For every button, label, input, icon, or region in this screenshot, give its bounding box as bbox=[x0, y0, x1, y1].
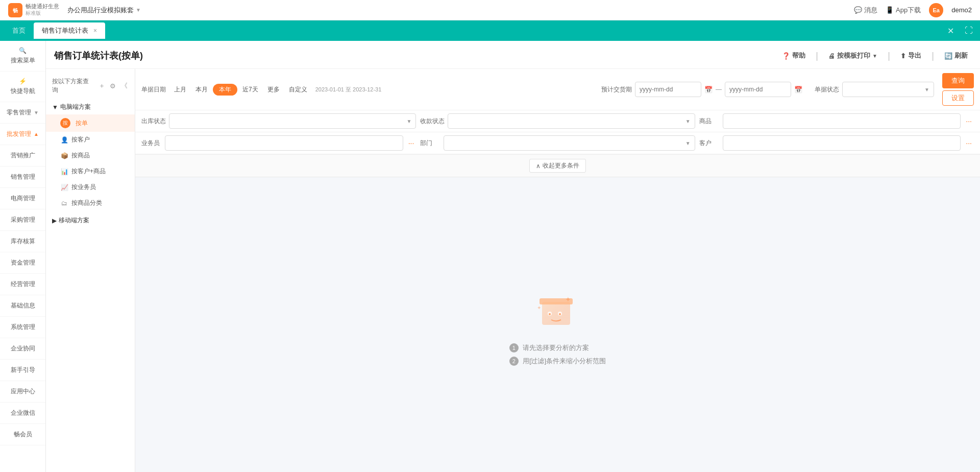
sidebar-item-marketing[interactable]: 营销推广 bbox=[0, 145, 45, 167]
workspace-selector[interactable]: 办公用品行业模拟账套 ▼ bbox=[63, 4, 145, 17]
logo-area: 畅 畅捷通好生意 标准版 bbox=[8, 3, 59, 17]
salesman-dots-button[interactable]: ··· bbox=[406, 138, 416, 148]
svg-point-6 bbox=[549, 313, 551, 315]
expected-date-end-input[interactable] bbox=[725, 82, 791, 97]
empty-illustration: ✦ ✦ bbox=[532, 284, 583, 335]
sidebar-item-retail[interactable]: 零售管理 ▼ bbox=[0, 102, 45, 124]
marketing-label: 营销推广 bbox=[11, 151, 35, 160]
tab-fullscreen-button[interactable]: ⛶ bbox=[962, 23, 976, 38]
last-month-btn[interactable]: 上月 bbox=[170, 84, 190, 96]
out-status-select[interactable]: ▼ bbox=[169, 113, 416, 129]
content-body: ✦ ✦ 1 请先选择要分析的方案 2 用[过滤]条件来缩小分析范围 bbox=[135, 177, 980, 472]
query-button[interactable]: 查询 bbox=[942, 73, 974, 88]
sidebar-quick-label: 快捷导航 bbox=[11, 87, 35, 96]
sidebar-item-purchase[interactable]: 采购管理 bbox=[0, 209, 45, 231]
status-select[interactable]: ▼ bbox=[842, 82, 934, 97]
scheme-item-customer[interactable]: 👤 按客户 bbox=[46, 132, 135, 148]
app-download-button[interactable]: 📱 App下载 bbox=[886, 6, 921, 15]
receipt-status-select[interactable]: ▼ bbox=[448, 113, 695, 129]
scheme-item-salesman[interactable]: 📈 按业务员 bbox=[46, 179, 135, 195]
tip-num-1: 1 bbox=[509, 343, 519, 352]
message-button[interactable]: 💬 消息 bbox=[854, 6, 877, 15]
scheme-panel-actions: ＋ ⚙ 《 bbox=[97, 81, 129, 90]
page-title-actions: ❓ 帮助 | 🖨 按模板打印 ▼ | ⬆ 导出 | 🔄 刷新 bbox=[778, 49, 972, 62]
salesman-scheme-icon: 📈 bbox=[60, 183, 68, 192]
expected-date-label: 预计交货期 bbox=[601, 85, 632, 94]
refresh-button[interactable]: 🔄 刷新 bbox=[940, 49, 972, 62]
sidebar-item-system[interactable]: 系统管理 bbox=[0, 317, 45, 338]
template-print-button[interactable]: 🖨 按模板打印 ▼ bbox=[824, 49, 881, 62]
newguide-label: 新手引导 bbox=[11, 366, 35, 374]
sidebar-item-appcenter[interactable]: 应用中心 bbox=[0, 381, 45, 403]
scheme-item-salesman-label: 按业务员 bbox=[71, 183, 96, 192]
scheme-item-order-label: 按单 bbox=[76, 119, 88, 128]
sidebar-item-newguide[interactable]: 新手引导 bbox=[0, 360, 45, 381]
tab-close-icon[interactable]: × bbox=[93, 27, 97, 34]
retail-toggle-icon: ▼ bbox=[34, 110, 39, 115]
sidebar-item-member[interactable]: 畅会员 bbox=[0, 424, 45, 445]
avatar[interactable]: Ea bbox=[929, 3, 943, 17]
scheme-item-order[interactable]: 按 按单 bbox=[46, 114, 135, 132]
scheme-group-desktop-title[interactable]: ▼ 电脑端方案 bbox=[46, 100, 135, 114]
sidebar-item-wechat[interactable]: 企业微信 bbox=[0, 403, 45, 424]
goods-dots-button[interactable]: ··· bbox=[964, 116, 974, 126]
wholesale-label: 批发管理 bbox=[7, 130, 31, 138]
help-button[interactable]: ❓ 帮助 bbox=[778, 49, 810, 62]
dept-select[interactable]: ▼ bbox=[444, 135, 695, 151]
sidebar-item-operation[interactable]: 经营管理 bbox=[0, 274, 45, 295]
sidebar-item-ecommerce[interactable]: 电商管理 bbox=[0, 188, 45, 209]
sidebar-item-search[interactable]: 🔍 搜索菜单 bbox=[0, 41, 45, 72]
scheme-item-product[interactable]: 📦 按商品 bbox=[46, 148, 135, 163]
sidebar-item-wholesale[interactable]: 批发管理 ▲ bbox=[0, 124, 45, 145]
content-area: 销售订单统计表(按单) ❓ 帮助 | 🖨 按模板打印 ▼ | ⬆ 导出 | bbox=[46, 41, 980, 472]
status-chevron-icon: ▼ bbox=[924, 87, 929, 92]
help-label: 帮助 bbox=[792, 51, 805, 60]
scheme-item-customer-label: 按客户 bbox=[71, 135, 90, 144]
export-button[interactable]: ⬆ 导出 bbox=[896, 49, 925, 62]
salesman-input[interactable] bbox=[165, 135, 403, 151]
main-right: 单据日期 上月 本月 本年 近7天 更多 自定义 2023-01-01 至 20… bbox=[135, 69, 980, 472]
user-name[interactable]: demo2 bbox=[951, 6, 972, 14]
scheme-group-mobile-title[interactable]: ▶ 移动端方案 bbox=[46, 213, 135, 228]
top-bar-right: 💬 消息 📱 App下载 Ea demo2 bbox=[854, 3, 972, 17]
empty-tip-1-text: 请先选择要分析的方案 bbox=[523, 343, 589, 352]
last-7-days-btn[interactable]: 近7天 bbox=[238, 84, 262, 96]
sidebar-item-sales[interactable]: 销售管理 bbox=[0, 167, 45, 188]
add-scheme-button[interactable]: ＋ bbox=[97, 81, 106, 90]
sidebar-item-quick[interactable]: ⚡ 快捷导航 bbox=[0, 72, 45, 102]
top-bar: 畅 畅捷通好生意 标准版 办公用品行业模拟账套 ▼ 💬 消息 📱 App下载 E… bbox=[0, 0, 980, 20]
scheme-item-category[interactable]: 🗂 按商品分类 bbox=[46, 195, 135, 211]
tab-home-label: 首页 bbox=[12, 26, 26, 35]
collapse-scheme-button[interactable]: 《 bbox=[119, 81, 129, 90]
sidebar-item-enterprise[interactable]: 企业协同 bbox=[0, 338, 45, 360]
settings-scheme-button[interactable]: ⚙ bbox=[108, 81, 117, 90]
tab-sales-order[interactable]: 销售订单统计表 × bbox=[34, 22, 105, 39]
collapse-button[interactable]: ∧ 收起更多条件 bbox=[529, 159, 586, 173]
collapse-icon: ∧ bbox=[536, 162, 541, 170]
custom-date-btn[interactable]: 自定义 bbox=[285, 84, 311, 96]
settings-button[interactable]: 设置 bbox=[942, 90, 974, 106]
date-label: 单据日期 bbox=[141, 85, 166, 94]
calendar-start-icon[interactable]: 📅 bbox=[704, 86, 713, 93]
tab-home[interactable]: 首页 bbox=[4, 22, 34, 39]
more-date-btn[interactable]: 更多 bbox=[263, 84, 284, 96]
category-scheme-icon: 🗂 bbox=[60, 199, 68, 207]
empty-state: ✦ ✦ 1 请先选择要分析的方案 2 用[过滤]条件来缩小分析范围 bbox=[489, 177, 626, 472]
customer-dots-button[interactable]: ··· bbox=[964, 138, 974, 148]
scheme-item-cust-prod-label: 按客户+商品 bbox=[71, 167, 106, 176]
logo-icon: 畅 bbox=[8, 3, 22, 17]
sidebar-item-finance[interactable]: 资金管理 bbox=[0, 252, 45, 274]
scheme-item-cust-prod[interactable]: 📊 按客户+商品 bbox=[46, 163, 135, 179]
expected-date-start-input[interactable] bbox=[635, 82, 701, 97]
sidebar-item-inventory[interactable]: 库存核算 bbox=[0, 231, 45, 252]
scheme-group-mobile-chevron-icon: ▶ bbox=[52, 217, 57, 224]
sidebar-item-basic[interactable]: 基础信息 bbox=[0, 295, 45, 317]
tab-close-window-button[interactable]: ✕ bbox=[943, 23, 958, 38]
calendar-end-icon[interactable]: 📅 bbox=[794, 86, 802, 93]
appcenter-label: 应用中心 bbox=[11, 387, 35, 396]
customer-input[interactable] bbox=[723, 135, 961, 151]
goods-input[interactable] bbox=[723, 113, 961, 129]
this-month-btn[interactable]: 本月 bbox=[191, 84, 212, 96]
this-year-btn[interactable]: 本年 bbox=[213, 84, 237, 96]
scheme-group-desktop: ▼ 电脑端方案 按 按单 👤 按客户 📦 按商品 bbox=[46, 100, 135, 211]
